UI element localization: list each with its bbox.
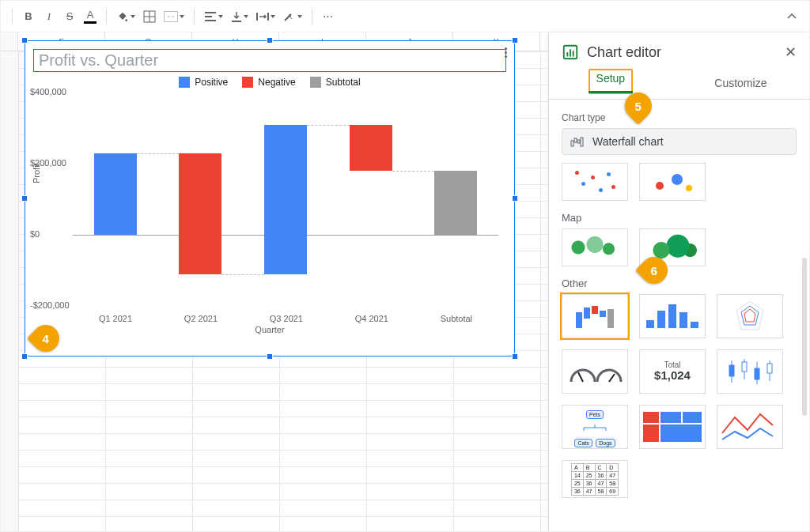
svg-rect-13 xyxy=(566,52,568,57)
chart-type-histogram-thumb[interactable] xyxy=(639,294,706,338)
svg-text:A: A xyxy=(287,13,292,21)
resize-handle[interactable] xyxy=(512,353,518,360)
rotate-button[interactable]: A xyxy=(280,6,305,28)
chart-type-bubble-thumb[interactable] xyxy=(639,163,706,201)
chart-type-gauge-thumb[interactable] xyxy=(562,349,628,394)
text-color-button[interactable]: A xyxy=(81,6,100,28)
chart-editor-sidebar: Chart editor ✕ Setup 5 Customize Chart t… xyxy=(548,32,809,531)
legend-label: Subtotal xyxy=(326,77,361,88)
fill-color-button[interactable] xyxy=(113,6,138,28)
resize-handle[interactable] xyxy=(512,195,518,202)
x-axis-ticks: Q1 2021Q2 2021Q3 2021Q4 2021Subtotal xyxy=(73,314,498,323)
h-align-button[interactable] xyxy=(201,6,226,28)
resize-handle[interactable] xyxy=(21,37,28,43)
y-tick: $0 xyxy=(30,229,40,239)
x-tick: Subtotal xyxy=(441,314,472,323)
chart-type-label: Chart type xyxy=(562,112,797,123)
chart-legend: Positive Negative Subtotal xyxy=(25,77,514,88)
chart-type-candlestick-thumb[interactable] xyxy=(717,349,783,394)
waterfall-bar xyxy=(434,171,477,235)
legend-swatch-negative xyxy=(242,77,253,88)
waterfall-bar xyxy=(179,153,221,274)
chart-title-input[interactable]: Profit vs. Quarter xyxy=(33,49,506,72)
svg-rect-16 xyxy=(571,141,573,146)
resize-handle[interactable] xyxy=(267,353,273,360)
chart-type-org-thumb[interactable]: Pets Cats Dogs xyxy=(562,405,628,449)
chart-type-scorecard-thumb[interactable]: Total$1,024 xyxy=(639,349,706,394)
x-tick: Q1 2021 xyxy=(99,314,132,323)
svg-rect-28 xyxy=(742,362,747,372)
text-color-glyph: A xyxy=(87,9,94,21)
group-label-map: Map xyxy=(562,212,797,224)
y-tick: -$200,000 xyxy=(30,300,70,310)
x-tick: Q3 2021 xyxy=(270,314,303,323)
legend-swatch-positive xyxy=(179,77,190,88)
chart-type-waterfall-thumb[interactable]: Waterfall chart xyxy=(562,294,628,338)
svg-rect-18 xyxy=(577,140,580,143)
svg-rect-32 xyxy=(767,364,772,373)
format-toolbar: B I S A A xyxy=(1,1,809,32)
svg-line-23 xyxy=(578,372,583,382)
waterfall-icon xyxy=(570,136,585,147)
annotation-marker-6: 6 xyxy=(641,257,668,289)
resize-handle[interactable] xyxy=(21,195,28,202)
x-tick: Q4 2021 xyxy=(355,314,388,323)
sidebar-title: Chart editor xyxy=(587,44,661,61)
sidebar-tabs: Setup 5 Customize xyxy=(549,69,809,100)
svg-line-24 xyxy=(609,374,615,382)
svg-rect-14 xyxy=(570,49,571,56)
resize-handle[interactable] xyxy=(21,353,28,360)
group-label-other: Other xyxy=(562,277,797,289)
y-tick: $400,000 xyxy=(30,87,66,96)
sidebar-scrollbar[interactable] xyxy=(802,258,807,416)
bold-button[interactable]: B xyxy=(19,6,38,28)
x-tick: Q2 2021 xyxy=(184,314,218,323)
svg-rect-15 xyxy=(573,51,574,56)
waterfall-bar xyxy=(350,125,392,172)
wrap-button[interactable] xyxy=(253,6,278,28)
x-axis-label: Quarter xyxy=(25,325,514,334)
resize-handle[interactable] xyxy=(512,37,518,43)
svg-rect-26 xyxy=(729,365,734,376)
app-window: B I S A A xyxy=(0,0,810,532)
tab-setup[interactable]: Setup xyxy=(589,69,634,94)
chart-editor-icon xyxy=(562,43,579,61)
v-align-button[interactable] xyxy=(228,6,252,28)
annotation-marker-4: 4 xyxy=(32,325,59,357)
chart-type-table-thumb[interactable]: ABCD 14253647 25364758 36475869 xyxy=(562,460,628,498)
more-button[interactable]: ⋯ xyxy=(319,6,338,28)
legend-label: Negative xyxy=(258,77,295,88)
svg-rect-30 xyxy=(755,368,759,379)
chart-plot-area: Profit $400,000$200,000$0-$200,000 xyxy=(73,92,498,306)
merge-cells-button[interactable] xyxy=(161,6,187,28)
legend-label: Positive xyxy=(195,77,228,88)
y-tick: $200,000 xyxy=(30,158,66,168)
embedded-chart[interactable]: Profit vs. Quarter Positive Negative Sub… xyxy=(25,40,515,357)
borders-button[interactable] xyxy=(140,6,159,28)
svg-point-0 xyxy=(125,19,127,21)
waterfall-bar xyxy=(94,153,137,236)
chart-type-select[interactable]: Waterfall chart xyxy=(562,128,797,155)
annotation-marker-5: 5 xyxy=(625,92,652,124)
chart-type-geo-thumb[interactable] xyxy=(562,228,628,266)
chart-type-sparkline-thumb[interactable] xyxy=(717,405,783,449)
chart-menu-button[interactable] xyxy=(500,44,511,60)
collapse-toolbar-button[interactable] xyxy=(781,13,803,20)
svg-rect-17 xyxy=(574,138,577,142)
waterfall-bar xyxy=(264,125,307,274)
chart-type-treemap-thumb[interactable] xyxy=(639,405,706,449)
chart-type-value: Waterfall chart xyxy=(592,135,664,148)
spreadsheet-area[interactable]: F G H I J K Profit vs. Quarter xyxy=(1,32,548,531)
chart-type-scatter-thumb[interactable] xyxy=(562,163,628,201)
close-sidebar-button[interactable]: ✕ xyxy=(785,43,797,61)
strike-button[interactable]: S xyxy=(60,6,79,28)
chart-type-radar-thumb[interactable] xyxy=(717,294,783,338)
svg-marker-22 xyxy=(744,309,755,322)
tab-customize[interactable]: Customize xyxy=(711,69,770,99)
italic-button[interactable]: I xyxy=(40,6,59,28)
legend-swatch-subtotal xyxy=(310,77,321,88)
svg-rect-19 xyxy=(581,138,583,146)
resize-handle[interactable] xyxy=(267,37,273,43)
svg-rect-4 xyxy=(165,11,178,21)
